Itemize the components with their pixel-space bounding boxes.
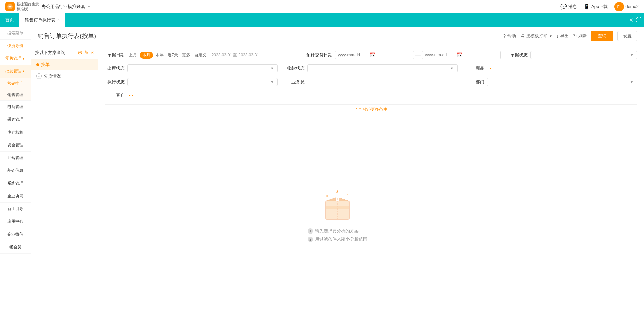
sidebar-item-operations[interactable]: 经营管理: [0, 152, 31, 164]
filter-item-execution-status: 执行状态 ▼: [105, 78, 278, 86]
goods-ellipsis-btn[interactable]: ···: [487, 64, 494, 73]
tab-sales-order-exec-label: 销售订单执行表: [25, 17, 55, 23]
dept-control: ▼: [487, 78, 637, 86]
salesperson-label: 业务员: [284, 79, 305, 85]
refresh-action[interactable]: ↻ 刷新: [573, 33, 587, 39]
left-panel-title: 按以下方案查询: [35, 50, 65, 56]
date-btn-more[interactable]: 更多: [181, 52, 192, 59]
filter-item-customer: 客户 ···: [105, 91, 291, 100]
tab-close-icon[interactable]: ×: [57, 18, 60, 22]
delivery-status-select[interactable]: ▼: [127, 64, 278, 72]
add-scheme-icon[interactable]: ⊕: [78, 49, 82, 56]
empty-hint-2: 2 用过滤条件来缩小分析范围: [308, 236, 367, 242]
sidebar-item-search[interactable]: 搜索菜单: [0, 27, 31, 40]
execution-status-select[interactable]: ▼: [127, 78, 278, 86]
date-btn-this-month[interactable]: 本月: [140, 52, 153, 59]
app-download-action[interactable]: 📱 App下载: [584, 4, 608, 10]
tab-maximize-icon[interactable]: ⛶: [636, 17, 641, 23]
date-input-end[interactable]: 📅: [422, 51, 501, 59]
filter-item-date: 单据日期 上月 本月 本年 近7天 更多 自定义 20: [105, 52, 300, 59]
user-action[interactable]: Ea demo2: [614, 2, 639, 11]
page-title: 销售订单执行表(按单): [38, 32, 96, 44]
date-btn-custom[interactable]: 自定义: [193, 52, 208, 59]
date-input-start[interactable]: 📅: [335, 51, 414, 59]
tab-close-window-icon[interactable]: ✕: [629, 17, 633, 23]
help-action[interactable]: ? 帮助: [503, 33, 516, 39]
execution-status-control: ▼: [127, 78, 278, 86]
tab-sales-order-exec[interactable]: 销售订单执行表 ×: [19, 13, 65, 27]
collapse-bar[interactable]: ⌃⌃ 收起更多条件: [105, 104, 637, 114]
scheme-item-by-debt[interactable]: ○ 欠货情况: [31, 70, 98, 82]
empty-text: 1 请先选择要分析的方案 2 用过滤条件来缩小分析范围: [308, 228, 367, 244]
svg-point-5: [347, 194, 348, 195]
sidebar-item-quicknav[interactable]: 快捷导航: [0, 40, 31, 52]
sidebar-item-purchase[interactable]: 采购管理: [0, 113, 31, 126]
customer-ellipsis-btn[interactable]: ···: [127, 91, 135, 100]
export-icon: ↓: [556, 33, 559, 39]
edit-scheme-icon[interactable]: ✎: [84, 49, 89, 56]
filter-row-2: 出库状态 ▼ 收款状态: [105, 64, 637, 73]
message-action[interactable]: 💬 消息: [560, 4, 577, 10]
query-button[interactable]: 查询: [591, 31, 613, 41]
status-select[interactable]: ▼: [530, 51, 637, 59]
breadcrumb-text: 办公用品行业模拟账套: [42, 4, 85, 10]
sidebar-item-ecommerce[interactable]: 电商管理: [0, 101, 31, 113]
sidebar-sub-item-marketing[interactable]: 营销推广: [0, 78, 31, 89]
collection-status-control: ▼: [307, 64, 458, 72]
sidebar-item-enterprise[interactable]: 企业协同: [0, 190, 31, 203]
date-control: 上月 本月 本年 近7天 更多 自定义 2023-03-01 至 2023-03…: [127, 52, 300, 59]
sidebar-sub-item-sales[interactable]: 销售管理: [0, 89, 31, 101]
tab-bar-right: ✕ ⛶: [629, 17, 644, 23]
sidebar-wholesale-arrow-icon: ▲: [22, 69, 25, 73]
sidebar-item-appstore[interactable]: 应用中心: [0, 215, 31, 228]
sidebar-item-wholesale[interactable]: 批发管理 ▲: [0, 65, 31, 78]
dept-select[interactable]: ▼: [487, 78, 637, 86]
tab-home[interactable]: 首页: [0, 13, 19, 27]
salesperson-ellipsis-btn[interactable]: ···: [307, 78, 314, 86]
sidebar-item-inventory[interactable]: 库存核算: [0, 126, 31, 139]
print-template-action[interactable]: 🖨 按模板打印 ▼: [520, 33, 552, 39]
date-btn-last-month[interactable]: 上月: [127, 52, 138, 59]
date-btn-last7days[interactable]: 近7天: [166, 52, 179, 59]
empty-illustration: [317, 186, 358, 224]
sidebar-item-system[interactable]: 系统管理: [0, 177, 31, 190]
goods-label: 商品: [464, 65, 484, 71]
date-end-input[interactable]: [425, 53, 455, 57]
sidebar-item-basic[interactable]: 基础信息: [0, 164, 31, 177]
expected-delivery-control: 📅 — 📅: [335, 51, 501, 59]
left-panel: 按以下方案查询 ⊕ ✎ « 按单 ○ 欠货情况: [31, 45, 98, 120]
goods-control: ···: [487, 64, 637, 73]
logo-text: 畅捷通好生意 标准版: [17, 2, 39, 11]
export-label: 导出: [560, 33, 569, 39]
settings-button[interactable]: 设置: [617, 31, 637, 41]
sidebar-item-newbie[interactable]: 新手引导: [0, 203, 31, 215]
filter-item-status: 单据状态 ▼: [507, 51, 637, 59]
execution-status-arrow-icon: ▼: [270, 80, 274, 84]
message-label: 消息: [568, 4, 577, 10]
collapse-panel-icon[interactable]: «: [91, 49, 94, 56]
refresh-label: 刷新: [578, 33, 587, 39]
sidebar-item-member[interactable]: 畅会员: [0, 241, 31, 254]
date-btn-this-year[interactable]: 本年: [154, 52, 165, 59]
sidebar-item-finance[interactable]: 资金管理: [0, 139, 31, 152]
empty-hint-num-1: 1: [308, 228, 313, 234]
empty-hint-1: 1 请先选择要分析的方案: [308, 228, 367, 234]
message-icon: 💬: [560, 4, 567, 10]
customer-control: ···: [127, 91, 291, 100]
filter-row-3: 执行状态 ▼ 业务员 ···: [105, 78, 637, 86]
customer-label: 客户: [105, 92, 125, 98]
app-download-label: App下载: [591, 4, 608, 10]
help-label: 帮助: [507, 33, 516, 39]
salesperson-control: ···: [307, 78, 458, 86]
sidebar-item-corpwechat[interactable]: 企业微信: [0, 228, 31, 241]
collection-status-select[interactable]: ▼: [307, 64, 458, 72]
print-arrow-icon: ▼: [549, 34, 552, 38]
breadcrumb[interactable]: 办公用品行业模拟账套 ▼: [42, 4, 91, 10]
scheme-item-by-order[interactable]: 按单: [31, 59, 98, 70]
filter-item-salesperson: 业务员 ···: [284, 78, 458, 86]
sidebar: 搜索菜单 快捷导航 零售管理 ▼ 批发管理 ▲ 营销推广 销售管理 电商管理 采…: [0, 27, 31, 310]
export-action[interactable]: ↓ 导出: [556, 33, 569, 39]
tab-home-label: 首页: [5, 17, 14, 23]
sidebar-item-retail[interactable]: 零售管理 ▼: [0, 52, 31, 65]
date-start-input[interactable]: [338, 53, 368, 57]
